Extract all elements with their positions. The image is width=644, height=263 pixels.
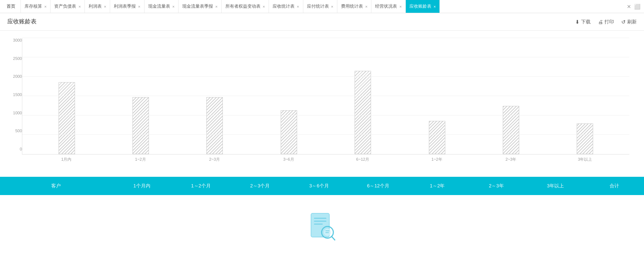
main-content: 050010001500200025003000 1月内1~2月2~3月3~6月… (0, 31, 644, 263)
x-axis-label: 1月内 (29, 157, 104, 162)
grid-line (22, 57, 629, 57)
grid-line (22, 76, 629, 77)
tab-operation-label: 经营状况表 (375, 3, 397, 9)
tab-cashflow[interactable]: 现金流量表 × (145, 0, 179, 13)
tab-operation-close[interactable]: × (399, 4, 401, 9)
page-title: 应收账龄表 (7, 18, 37, 26)
tab-cashflow-quarterly[interactable]: 现金流量表季报 × (179, 0, 221, 13)
x-axis-label: 2~3年 (474, 157, 548, 162)
print-button[interactable]: 🖨 打印 (598, 19, 614, 25)
tab-cashflow-quarterly-label: 现金流量表季报 (182, 3, 213, 9)
table-header-cell: 2～3年 (467, 183, 526, 189)
page-header: 应收账龄表 ⬇ 下载 🖨 打印 ↺ 刷新 (0, 13, 644, 31)
bar (206, 97, 223, 154)
tab-expense-stat-label: 费用统计表 (341, 3, 363, 9)
tab-profit-label: 利润表 (89, 3, 102, 9)
bar (281, 110, 297, 154)
y-axis-label: 500 (15, 129, 22, 133)
table-header-cell: 3年以上 (526, 183, 585, 189)
empty-icon (304, 210, 340, 246)
x-axis-label: 1~2年 (400, 157, 474, 162)
empty-state (0, 195, 644, 261)
grid-line (22, 38, 629, 38)
refresh-label: 刷新 (627, 19, 637, 25)
tab-ar-stat-close[interactable]: × (297, 4, 299, 9)
table-header-cell: 客户 (0, 183, 112, 189)
tab-inventory[interactable]: 库存核算 × (21, 0, 50, 13)
svg-rect-1 (314, 218, 326, 219)
tab-ar-stat-label: 应收统计表 (273, 3, 295, 9)
bar (355, 71, 371, 154)
tab-ar-aging-label: 应收账龄表 (409, 3, 431, 9)
x-axis-label: 3~6月 (252, 157, 326, 162)
refresh-icon: ↺ (621, 19, 626, 25)
bar (59, 82, 75, 154)
table-header-cell: 1～2个月 (171, 183, 230, 189)
tab-expense-stat-close[interactable]: × (365, 4, 367, 9)
window-controls: ✕ ⬜ (624, 4, 643, 9)
table-header-cell: 1个月内 (112, 183, 171, 189)
chart-area: 050010001500200025003000 1月内1~2月2~3月3~6月… (0, 31, 644, 177)
tab-profit-quarterly[interactable]: 利润表季报 × (110, 0, 144, 13)
tab-profit-close[interactable]: × (104, 4, 106, 9)
print-label: 打印 (604, 19, 614, 25)
tab-equity-close[interactable]: × (263, 4, 265, 9)
tab-ap-stat-label: 应付统计表 (307, 3, 329, 9)
tab-cashflow-quarterly-close[interactable]: × (215, 4, 217, 9)
bar-group (206, 97, 223, 154)
svg-line-6 (332, 236, 335, 240)
y-axis-label: 1000 (13, 111, 22, 115)
print-icon: 🖨 (598, 19, 603, 25)
y-axis-label: 2500 (13, 56, 22, 61)
grid-lines (22, 38, 629, 155)
tab-profit[interactable]: 利润表 × (85, 0, 110, 13)
tab-equity-label: 所有者权益变动表 (225, 3, 261, 9)
table-header-cell: 3～6个月 (289, 183, 348, 189)
y-axis-label: 1500 (13, 92, 22, 97)
bar-group (355, 71, 371, 154)
tab-ar-stat[interactable]: 应收统计表 × (269, 0, 303, 13)
bars-container (22, 38, 629, 154)
tab-operation[interactable]: 经营状况表 × (371, 0, 405, 13)
bar-group (503, 106, 519, 154)
tab-inventory-label: 库存核算 (25, 3, 42, 9)
table-header-cell: 1～2年 (408, 183, 467, 189)
svg-rect-3 (314, 224, 323, 225)
window-maximize-button[interactable]: ⬜ (634, 4, 640, 9)
bar (503, 106, 519, 154)
y-axis-label: 3000 (13, 38, 22, 42)
tab-ap-stat-close[interactable]: × (331, 4, 333, 9)
tab-inventory-close[interactable]: × (44, 4, 46, 9)
x-axis-label: 6~12月 (326, 157, 400, 162)
grid-line (22, 115, 629, 115)
tab-ar-aging-close[interactable]: × (434, 4, 436, 9)
x-axis-labels: 1月内1~2月2~3月3~6月6~12月1~2年2~3年3年以上 (22, 155, 629, 162)
tab-profit-quarterly-label: 利润表季报 (114, 3, 136, 9)
bar-group (132, 97, 149, 154)
tab-ap-stat[interactable]: 应付统计表 × (303, 0, 337, 13)
refresh-button[interactable]: ↺ 刷新 (621, 19, 637, 25)
tab-balance-close[interactable]: × (78, 4, 80, 9)
y-axis: 050010001500200025003000 (7, 38, 22, 162)
tab-equity[interactable]: 所有者权益变动表 × (222, 0, 269, 13)
table-header-cell: 合计 (585, 183, 644, 189)
window-close-button[interactable]: ✕ (626, 4, 632, 9)
tab-profit-quarterly-close[interactable]: × (138, 4, 140, 9)
bar-group (429, 121, 445, 154)
grid-line (22, 134, 629, 135)
x-axis-label: 2~3月 (177, 157, 252, 162)
bar (429, 121, 445, 154)
x-axis-label: 3年以上 (548, 157, 622, 162)
bar-group (281, 110, 297, 154)
tab-balance[interactable]: 资产负债表 × (50, 0, 85, 13)
tab-expense-stat[interactable]: 费用统计表 × (337, 0, 371, 13)
tab-ar-aging[interactable]: 应收账龄表 × (406, 0, 440, 13)
tab-cashflow-close[interactable]: × (172, 4, 175, 9)
svg-point-5 (324, 229, 331, 236)
tab-home[interactable]: 首页 (1, 0, 21, 13)
download-button[interactable]: ⬇ 下载 (575, 19, 591, 25)
bar (577, 123, 593, 154)
svg-rect-2 (314, 221, 326, 222)
table-header: 客户1个月内1～2个月2～3个月3～6个月6～12个月1～2年2～3年3年以上合… (0, 177, 644, 195)
header-actions: ⬇ 下载 🖨 打印 ↺ 刷新 (575, 19, 637, 25)
